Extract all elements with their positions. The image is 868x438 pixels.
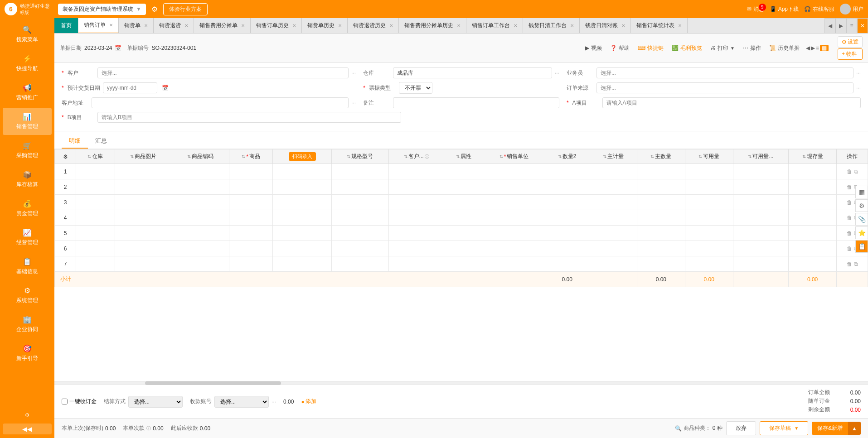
- customer-addr-input[interactable]: [92, 97, 349, 108]
- tab-home[interactable]: 首页: [54, 18, 78, 34]
- float-btn-3[interactable]: 📎: [855, 213, 868, 226]
- col-scan[interactable]: 扫码录入: [273, 149, 331, 164]
- tab-sales-invoice[interactable]: 销货单 ✕: [119, 18, 154, 34]
- nav-prev-icon[interactable]: ◀: [806, 45, 810, 51]
- sidebar-item-base[interactable]: 📋 基础信息: [3, 253, 52, 280]
- tab-close-icon[interactable]: ✕: [389, 23, 393, 28]
- customer-input[interactable]: [97, 67, 349, 78]
- more-icon[interactable]: ···: [351, 70, 356, 76]
- float-btn-5[interactable]: 📋: [855, 240, 868, 253]
- tab-close-icon[interactable]: ✕: [338, 23, 342, 28]
- row-qty2[interactable]: [545, 164, 589, 179]
- col-gear[interactable]: ⚙: [55, 149, 76, 164]
- one-click-checkbox[interactable]: [62, 399, 68, 404]
- industry-btn[interactable]: 体验行业方案: [163, 3, 208, 15]
- tab-close-icon[interactable]: ✕: [570, 23, 574, 28]
- tab-prev-btn[interactable]: ◀: [824, 18, 835, 34]
- tab-sales-order-hist[interactable]: 销售订单历史 ✕: [251, 18, 302, 34]
- tab-cash-reconcile[interactable]: 钱货日清对账 ✕: [580, 18, 631, 34]
- float-btn-1[interactable]: ▦: [855, 186, 868, 198]
- col-available[interactable]: ⇅可用量: [685, 149, 733, 164]
- delete-icon[interactable]: 🗑: [847, 261, 852, 267]
- horizontal-scrollbar[interactable]: [54, 381, 868, 385]
- delete-icon[interactable]: 🗑: [847, 184, 852, 190]
- sidebar-item-marketing[interactable]: 📢 营销推广: [3, 79, 52, 106]
- tab-close-icon[interactable]: ✕: [184, 23, 188, 28]
- save-new-button[interactable]: 保存&新增: [812, 422, 848, 435]
- app-download-btn[interactable]: 📱 App下载: [770, 5, 799, 13]
- invoice-type-select[interactable]: 不开票: [399, 82, 432, 94]
- delete-icon[interactable]: 🗑: [847, 215, 852, 221]
- delivery-date-input[interactable]: [103, 82, 157, 93]
- col-main-qty[interactable]: ⇅主数量: [637, 149, 685, 164]
- tab-close-icon[interactable]: ✕: [109, 23, 113, 28]
- gear-button[interactable]: ⚙: [150, 3, 160, 15]
- row-cust-code[interactable]: [388, 164, 444, 179]
- sidebar-item-finance[interactable]: 💰 资金管理: [3, 195, 52, 222]
- row-spec[interactable]: [331, 164, 388, 179]
- tab-close-all-btn[interactable]: ✕: [857, 18, 868, 34]
- col-product[interactable]: ⇅*商品: [229, 149, 273, 164]
- grid-container[interactable]: ⚙ ⇅仓库 ⇅商品图片 ⇅商品编码 ⇅*商品 扫码录入 ⇅规格型号 ⇅客户...…: [54, 149, 868, 381]
- tab-sales-expense[interactable]: 销售费用分摊单 ✕: [194, 18, 251, 34]
- col-main-unit[interactable]: ⇅主计量: [589, 149, 637, 164]
- order-source-input[interactable]: [596, 82, 853, 93]
- tab-close-icon[interactable]: ✕: [457, 23, 461, 28]
- row-attr[interactable]: [444, 164, 483, 179]
- tab-close-icon[interactable]: ✕: [621, 23, 625, 28]
- tab-next-btn[interactable]: ▶: [835, 18, 846, 34]
- b-project-input[interactable]: [97, 112, 401, 123]
- col-attr[interactable]: ⇅属性: [444, 149, 483, 164]
- sidebar-item-purchase[interactable]: 🛒 采购管理: [3, 137, 52, 164]
- sidebar-item-guide[interactable]: 🎯 新手引导: [3, 340, 52, 367]
- tab-order-workbench[interactable]: 销售订单工作台 ✕: [466, 18, 523, 34]
- col-product-img[interactable]: ⇅商品图片: [115, 149, 172, 164]
- tab-close-icon[interactable]: ✕: [144, 23, 148, 28]
- tab-sales-return[interactable]: 销货退货 ✕: [154, 18, 194, 34]
- sidebar-item-search[interactable]: 🔍 搜索菜单: [3, 21, 52, 48]
- row-product[interactable]: [229, 164, 273, 179]
- addr-more-icon[interactable]: ···: [351, 100, 356, 106]
- help-btn[interactable]: ❓ 帮助: [608, 43, 631, 53]
- sidebar-gear-btn[interactable]: ⚙: [3, 409, 52, 422]
- tab-sales-order[interactable]: 销售订单 ✕: [78, 18, 119, 34]
- view-btn[interactable]: ▶ 视频: [583, 43, 604, 53]
- sidebar-collapse-btn[interactable]: ◀◀: [3, 424, 52, 434]
- col-unit[interactable]: ⇅*销售单位: [483, 149, 545, 164]
- tab-close-icon[interactable]: ✕: [514, 23, 517, 28]
- add-btn[interactable]: ● 添加: [301, 398, 316, 405]
- system-selector[interactable]: 装备及固定资产辅助管理系统 ▼: [58, 4, 146, 15]
- sidebar-item-sales[interactable]: 📊 销售管理: [3, 108, 52, 135]
- more-icon-2[interactable]: ···: [272, 399, 276, 405]
- calendar-icon-2[interactable]: 📅: [162, 85, 169, 91]
- delete-icon[interactable]: 🗑: [847, 230, 852, 236]
- tab-expense-hist[interactable]: 销售费用分摊单历史 ✕: [399, 18, 466, 34]
- profit-btn[interactable]: 💹 毛利预览: [670, 43, 704, 53]
- tab-order-stats[interactable]: 销售订单统计表 ✕: [631, 18, 688, 34]
- float-btn-2[interactable]: ⚙: [855, 199, 868, 212]
- calendar-icon[interactable]: 📅: [115, 45, 121, 51]
- tab-cash-workbench[interactable]: 钱货日清工作台 ✕: [523, 18, 580, 34]
- list-view-icon[interactable]: ≡: [816, 45, 819, 51]
- row-code[interactable]: [172, 164, 229, 179]
- shortcut-btn[interactable]: ⌨ 快捷键: [636, 43, 665, 53]
- col-warehouse[interactable]: ⇅仓库: [76, 149, 115, 164]
- online-support-btn[interactable]: 🎧 在线客服: [804, 5, 834, 13]
- tab-invoice-hist[interactable]: 销货单历史 ✕: [302, 18, 348, 34]
- col-current-qty[interactable]: ⇅现存量: [789, 149, 837, 164]
- add-material-button[interactable]: + 物料: [838, 48, 863, 60]
- scan-btn[interactable]: 扫码录入: [289, 152, 316, 161]
- col-customer-code[interactable]: ⇅客户...ⓘ: [388, 149, 444, 164]
- copy-icon[interactable]: ⧉: [854, 168, 858, 175]
- col-qty2[interactable]: ⇅数量2: [545, 149, 589, 164]
- warehouse-more-icon[interactable]: ···: [555, 70, 559, 76]
- user-menu[interactable]: 用户: [840, 4, 863, 14]
- tab-detail[interactable]: 明细: [62, 134, 88, 149]
- delete-icon[interactable]: 🗑: [847, 245, 852, 252]
- sidebar-item-enterprise[interactable]: 🏢 企业协同: [3, 311, 52, 338]
- tab-return-hist[interactable]: 销货退货历史 ✕: [348, 18, 399, 34]
- warehouse-input[interactable]: [393, 67, 552, 78]
- delete-icon[interactable]: 🗑: [847, 199, 852, 206]
- col-available2[interactable]: ⇅可用量...: [733, 149, 789, 164]
- row-main-qty[interactable]: [637, 164, 685, 179]
